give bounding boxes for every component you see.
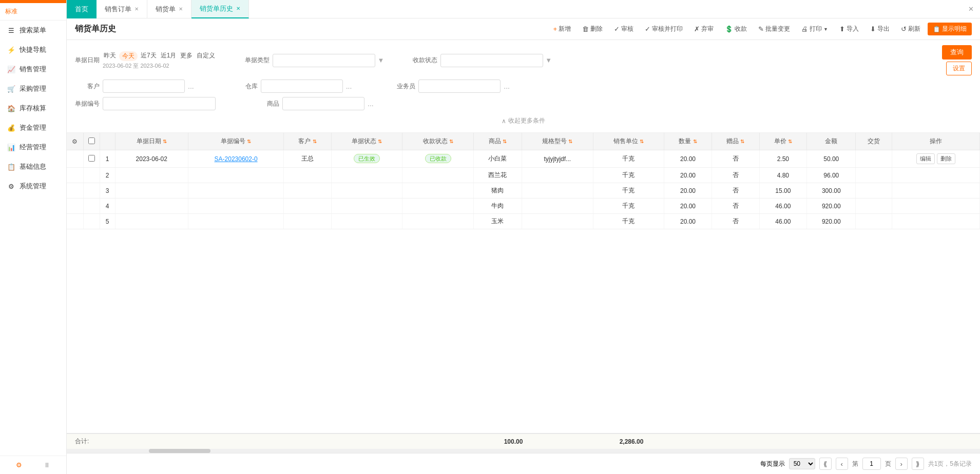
cell-doc-date	[115, 168, 188, 183]
col-product[interactable]: 商品 ⇅	[474, 133, 522, 150]
horizontal-scrollbar[interactable]	[67, 449, 980, 453]
sidebar-item-operations[interactable]: 📊 经营管理	[0, 137, 66, 157]
sidebar-footer-btn1[interactable]: ⚙	[16, 461, 22, 469]
export-button[interactable]: ⬇ 导出	[866, 23, 894, 35]
close-sales-delivery-tab-icon[interactable]: ✕	[179, 6, 183, 12]
sidebar-item-sales-mgmt[interactable]: 📈 销售管理	[0, 60, 66, 79]
col-payment-status[interactable]: 收款状态 ⇅	[402, 133, 474, 150]
doc-type-input[interactable]	[273, 54, 375, 67]
sidebar-item-quick-nav[interactable]: ⚡ 快捷导航	[0, 40, 66, 60]
abandon-button[interactable]: ✗ 弃审	[690, 23, 718, 35]
product-picker-icon[interactable]: ...	[368, 100, 374, 108]
sidebar-item-base-info[interactable]: 📋 基础信息	[0, 157, 66, 176]
sidebar-item-inventory[interactable]: 🏠 库存核算	[0, 98, 66, 118]
cell-check[interactable]	[83, 183, 100, 199]
sidebar-item-search-menu[interactable]: ☰ 搜索菜单	[0, 21, 66, 40]
shortcut-last1month[interactable]: 近1月	[160, 51, 178, 61]
row-checkbox[interactable]	[88, 155, 95, 162]
prev-page-btn[interactable]: ‹	[836, 458, 848, 470]
receive-button[interactable]: 💲 收款	[721, 23, 751, 35]
close-all-tabs-btn[interactable]: ✕	[968, 5, 980, 13]
col-doc-no[interactable]: 单据编号 ⇅	[188, 133, 284, 150]
cell-doc-no[interactable]	[188, 183, 284, 199]
last-page-btn[interactable]: ⟫	[912, 458, 924, 470]
refresh-button[interactable]: ↺ 刷新	[897, 23, 925, 35]
scrollbar-thumb[interactable]	[149, 449, 210, 453]
warehouse-picker-icon[interactable]: ...	[346, 82, 352, 90]
cell-doc-date	[115, 214, 188, 229]
next-page-btn[interactable]: ›	[895, 458, 908, 470]
sidebar: 标准 ☰ 搜索菜单 ⚡ 快捷导航 📈 销售管理 🛒 采购管理 🏠 库存核算 💰 …	[0, 0, 67, 474]
col-unit[interactable]: 销售单位 ⇅	[593, 133, 664, 150]
cell-check[interactable]	[83, 168, 100, 183]
first-page-btn[interactable]: ⟪	[819, 458, 832, 470]
col-doc-date[interactable]: 单据日期 ⇅	[115, 133, 188, 150]
delete-button[interactable]: 🗑 删除	[578, 23, 607, 35]
shortcut-today[interactable]: 今天	[119, 51, 138, 61]
staff-picker-icon[interactable]: ...	[504, 82, 510, 90]
import-button[interactable]: ⬆ 导入	[835, 23, 863, 35]
col-doc-status[interactable]: 单据状态 ⇅	[331, 133, 402, 150]
tab-sales-order[interactable]: 销售订单 ✕	[97, 0, 147, 18]
warehouse-input[interactable]	[261, 80, 343, 93]
cell-doc-no[interactable]: SA-20230602-0	[188, 150, 284, 168]
cell-settings	[67, 168, 83, 183]
cell-doc-no[interactable]	[188, 199, 284, 214]
col-settings[interactable]: ⚙	[67, 133, 83, 150]
shortcut-yesterday[interactable]: 昨天	[103, 51, 117, 61]
collapse-filter-btn[interactable]: ∧ 收起更多条件	[495, 114, 551, 127]
cell-check[interactable]	[83, 214, 100, 229]
setting-button[interactable]: 设置	[946, 62, 972, 75]
customer-picker-icon[interactable]: ...	[188, 82, 194, 90]
new-button[interactable]: + 新增	[549, 23, 575, 35]
doc-status-badge: 已生效	[354, 154, 380, 163]
audit-print-button[interactable]: ✓ 审核并打印	[641, 23, 687, 35]
show-detail-button[interactable]: 📋 显示明细	[928, 23, 972, 35]
cell-payment-status	[402, 168, 474, 183]
payment-status-dropdown-icon[interactable]: ▼	[545, 56, 552, 64]
col-spec[interactable]: 规格型号 ⇅	[522, 133, 593, 150]
action-btn-1[interactable]: 删除	[937, 153, 955, 164]
close-sales-history-tab-icon[interactable]: ✕	[236, 6, 240, 11]
tab-sales-history[interactable]: 销货单历史 ✕	[191, 0, 249, 18]
sidebar-item-purchase-mgmt[interactable]: 🛒 采购管理	[0, 79, 66, 98]
print-button[interactable]: 🖨 打印 ▼	[797, 23, 832, 35]
staff-input[interactable]	[418, 80, 501, 93]
doc-no-input[interactable]	[103, 97, 216, 110]
cell-gift: 否	[712, 199, 759, 214]
cell-doc-no[interactable]	[188, 214, 284, 229]
doc-type-dropdown-icon[interactable]: ▼	[377, 56, 384, 64]
cell-doc-no[interactable]	[188, 168, 284, 183]
page-number-input[interactable]: 1	[862, 458, 881, 470]
shortcut-last7[interactable]: 近7天	[140, 51, 158, 61]
shortcut-more[interactable]: 更多	[179, 51, 194, 61]
batch-change-button[interactable]: ✎ 批量变更	[754, 23, 794, 35]
query-button[interactable]: 查询	[942, 45, 972, 60]
cell-check[interactable]	[83, 150, 100, 168]
audit-button[interactable]: ✓ 审核	[610, 23, 638, 35]
cell-unit: 千克	[593, 168, 664, 183]
filter-product: 商品 ...	[255, 97, 374, 110]
customer-input[interactable]	[103, 80, 185, 93]
tab-home[interactable]: 首页	[67, 0, 97, 18]
doc-no-link[interactable]: SA-20230602-0	[215, 155, 258, 163]
cell-qty: 20.00	[664, 150, 712, 168]
sidebar-item-sys-mgmt[interactable]: ⚙ 系统管理	[0, 176, 66, 196]
payment-status-input[interactable]	[440, 54, 543, 67]
col-gift[interactable]: 赠品 ⇅	[712, 133, 759, 150]
sidebar-item-finance[interactable]: 💰 资金管理	[0, 118, 66, 137]
close-sales-order-tab-icon[interactable]: ✕	[134, 6, 139, 12]
select-all-checkbox[interactable]	[88, 137, 95, 144]
col-price[interactable]: 单价 ⇅	[759, 133, 807, 150]
col-customer[interactable]: 客户 ⇅	[284, 133, 332, 150]
action-btn-0[interactable]: 编辑	[916, 153, 935, 164]
sidebar-footer-btn2[interactable]: ⏸	[44, 461, 50, 469]
page-size-select[interactable]: 50 100 200	[789, 458, 815, 469]
product-input[interactable]	[282, 97, 364, 110]
cell-check[interactable]	[83, 199, 100, 214]
col-amount: 金额	[807, 133, 856, 150]
cell-product: 猪肉	[474, 183, 522, 199]
shortcut-custom[interactable]: 自定义	[196, 51, 216, 61]
col-qty[interactable]: 数量 ⇅	[664, 133, 712, 150]
tab-sales-delivery[interactable]: 销货单 ✕	[147, 0, 191, 18]
